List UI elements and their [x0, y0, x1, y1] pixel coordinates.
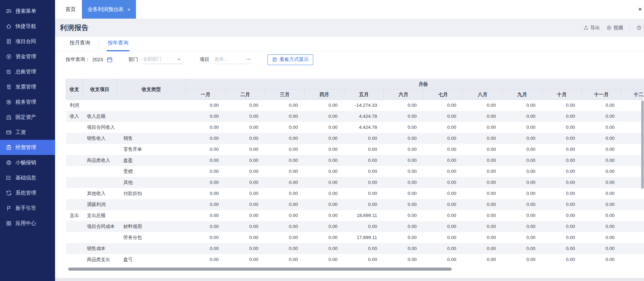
cell-value: 0.00: [463, 133, 503, 144]
cell-value: 0.00: [582, 232, 621, 243]
view-tab-divider: [99, 41, 99, 46]
home-icon: [6, 23, 12, 29]
cell-value: 0.00: [186, 166, 225, 177]
table-row: 支出支出总额0.000.000.000.0018,699.110.000.000…: [66, 210, 644, 221]
help-button[interactable]: 帮: [636, 25, 644, 31]
department-select[interactable]: 全部部门: [142, 55, 182, 64]
cell-type: 付款折扣: [117, 188, 186, 199]
sidebar-item-fixed-assets[interactable]: 固定资产: [0, 110, 55, 125]
tab-query-by-year[interactable]: 按年查询: [107, 40, 129, 51]
funds-icon: [6, 54, 12, 60]
tab-business-profit-forecast[interactable]: 业务利润预估表 ×: [82, 0, 136, 19]
sidebar-item-system-mgmt[interactable]: 系统管理: [0, 185, 55, 200]
contract-icon: [6, 39, 12, 44]
horizontal-scrollbar[interactable]: [66, 268, 644, 271]
sidebar-item-search-menu[interactable]: 搜索菜单: [0, 3, 55, 19]
cell-value: 0.00: [582, 155, 621, 166]
cell-type: 劳务分包: [117, 232, 186, 243]
cell-value: 4,424.78: [344, 111, 384, 122]
tab-home[interactable]: 首页: [59, 0, 82, 19]
cell-value: 0.00: [621, 133, 644, 144]
cell-value: 0.00: [344, 133, 384, 144]
cell-value: 0.00: [265, 254, 305, 265]
tabbar-close-icon[interactable]: ×: [637, 5, 643, 14]
cell-value: 0.00: [463, 243, 503, 254]
kanban-display-button[interactable]: 看板方式显示: [267, 54, 313, 65]
report-table-zone: 收支 收支项目 收支类型 月份 一月二月三月四月五月六月七月八月九月十月十一月十…: [55, 79, 644, 265]
cell-value: 0.00: [503, 221, 542, 232]
cell-value: 0.00: [542, 188, 582, 199]
sidebar-item-business-mgmt[interactable]: 经营管理: [0, 140, 55, 155]
guide-icon: [6, 205, 12, 211]
system-icon: [6, 190, 12, 196]
video-button[interactable]: 视频: [606, 25, 623, 31]
sidebar-item-tax-mgmt[interactable]: 税务管理: [0, 94, 55, 110]
cell-category: [66, 243, 83, 254]
cell-category: [66, 155, 83, 166]
cell-value: 0.00: [225, 232, 265, 243]
invoice-icon: [6, 84, 12, 90]
cell-value: 0.00: [463, 210, 503, 221]
cell-value: 0.00: [344, 177, 384, 188]
cell-value: 0.00: [542, 144, 582, 155]
cell-value: -14,274.33: [344, 100, 384, 111]
sidebar-item-quick-nav[interactable]: 快捷导航: [0, 19, 55, 34]
table-row: 项目合同收入0.000.000.000.004,424.780.000.000.…: [66, 122, 644, 133]
cell-value: 0.00: [423, 243, 463, 254]
sidebar-item-invoice-mgmt[interactable]: 发票管理: [0, 79, 55, 94]
sidebar-item-beginner-guide[interactable]: 新手引导: [0, 200, 55, 216]
export-button[interactable]: 导出: [583, 25, 600, 31]
tab-close-icon[interactable]: ×: [127, 7, 130, 12]
cell-value: 0.00: [384, 100, 423, 111]
project-select[interactable]: 选择... ···: [213, 55, 252, 64]
year-filter-value[interactable]: 2023: [92, 57, 103, 62]
table-row: 调拨利润0.000.000.000.000.000.000.000.000.00…: [66, 199, 644, 210]
ellipsis-icon[interactable]: ···: [246, 56, 251, 62]
cell-value: 0.00: [384, 221, 423, 232]
sidebar-item-label: 新手引导: [15, 205, 36, 211]
cell-value: 0.00: [621, 188, 644, 199]
sidebar-item-label: 搜索菜单: [15, 8, 36, 14]
cell-value: 0.00: [265, 232, 305, 243]
sidebar-item-salary[interactable]: 工资: [0, 125, 55, 140]
cell-value: 0.00: [225, 144, 265, 155]
sidebar-item-basic-info[interactable]: 基础信息: [0, 170, 55, 185]
sidebar-item-funds-mgmt[interactable]: 资金管理: [0, 49, 55, 64]
month-column-header: 二月: [225, 90, 265, 100]
cell-value: 0.00: [503, 122, 542, 133]
cell-value: 0.00: [582, 144, 621, 155]
year-filter-label: 按年查询：: [66, 56, 90, 63]
sidebar-item-xiaochang-expense[interactable]: 小畅报销: [0, 155, 55, 170]
cell-value: 0.00: [503, 210, 542, 221]
cell-value: 0.00: [265, 188, 305, 199]
cell-value: 0.00: [423, 232, 463, 243]
cell-value: 0.00: [186, 188, 225, 199]
vertical-scrollbar-thumb[interactable]: [641, 101, 644, 189]
cell-category: [66, 221, 83, 232]
cell-item: 支出总额: [83, 210, 117, 221]
cell-value: 0.00: [582, 210, 621, 221]
horizontal-scrollbar-thumb[interactable]: [68, 268, 452, 271]
assets-icon: [6, 114, 12, 120]
cell-value: 0.00: [621, 199, 644, 210]
cell-value: 0.00: [305, 177, 344, 188]
sidebar-item-app-center[interactable]: 应用中心: [0, 216, 55, 231]
calendar-icon[interactable]: [107, 57, 113, 63]
tab-home-label: 首页: [65, 6, 76, 13]
cell-category: [66, 188, 83, 199]
sidebar-item-project-contract[interactable]: 项目合同: [0, 34, 55, 49]
cell-value: 0.00: [423, 254, 463, 265]
month-column-header: 八月: [463, 90, 503, 100]
cell-item: [83, 166, 117, 177]
cell-value: 0.00: [265, 122, 305, 133]
cell-value: 0.00: [582, 177, 621, 188]
cell-value: 0.00: [582, 221, 621, 232]
month-column-header: 七月: [423, 90, 463, 100]
cell-value: 0.00: [225, 254, 265, 265]
cell-value: 0.00: [621, 210, 644, 221]
sidebar-item-general-ledger[interactable]: 总账管理: [0, 64, 55, 79]
tab-query-by-month[interactable]: 按月查询: [68, 40, 91, 51]
month-column-header: 一月: [186, 90, 225, 100]
help-icon: [636, 25, 642, 30]
table-row: 收入收入总额0.000.000.000.004,424.780.000.000.…: [66, 111, 644, 122]
